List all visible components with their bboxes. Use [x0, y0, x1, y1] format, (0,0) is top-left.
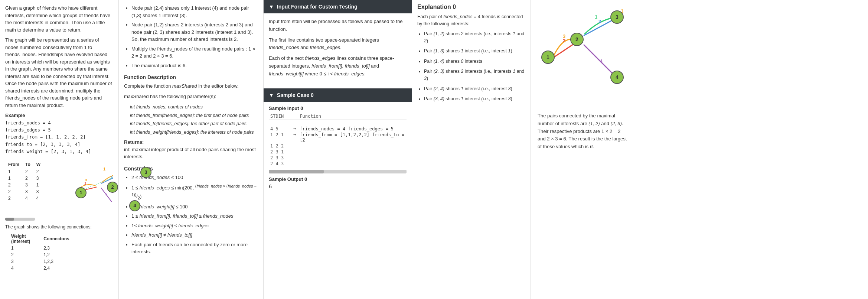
- sample-case-title: Sample Case 0: [277, 92, 314, 98]
- explanation-column: Explanation 0 Each pair of friends_nodes…: [412, 0, 531, 299]
- large-graph-node-2: 2: [570, 33, 584, 46]
- list-item: Pair (1, 3) shares 1 interest (i.e., int…: [424, 48, 525, 55]
- explanation-title: Explanation 0: [412, 0, 531, 13]
- weight-table: Weight(Interest) Connectons 12,3 21,2 31…: [5, 233, 75, 272]
- sample-triangle-icon: ▼: [269, 92, 274, 98]
- function-desc: Complete the function maxShared in the e…: [124, 82, 258, 90]
- list-item: 42,4: [6, 265, 75, 271]
- scroll-thumb[interactable]: [5, 218, 14, 221]
- input-format-body: Input from stdin will be processed as fo…: [264, 13, 412, 85]
- table-row: 231: [5, 182, 43, 188]
- list-item: The maximal product is 6.: [131, 62, 258, 69]
- list-item: 1 ≤ friends_weight[i] ≤ 100: [131, 203, 258, 211]
- sample-output-title: Sample Output 0: [269, 176, 407, 182]
- table-row: ----- --------: [269, 120, 407, 126]
- list-item: Pair (2, 3) shares 2 interests (i.e., in…: [424, 68, 525, 82]
- example-code: friends_nodes = 4 friends_edges = 5 frie…: [5, 120, 113, 155]
- horizontal-scrollbar[interactable]: [269, 170, 407, 173]
- list-item: Node pair (2,4) shares only 1 interest (…: [131, 4, 258, 19]
- svg-text:4: 4: [600, 58, 603, 64]
- table-row: 2 4 3: [269, 161, 407, 167]
- input-format-column: ▼ Input Format for Custom Testing Input …: [264, 0, 412, 299]
- param-1: int friends_nodes: number of nodes: [130, 103, 258, 111]
- params-block: int friends_nodes: number of nodes int f…: [124, 103, 258, 136]
- input-format-header: ▼ Input Format for Custom Testing: [264, 0, 412, 13]
- param-2: int friends_from[friends_edges]: the fir…: [130, 111, 258, 120]
- list-item: 12,3: [6, 245, 75, 251]
- sample-case-header: ▼ Sample Case 0: [264, 88, 412, 102]
- table-row: 1 2 1 → friends_from = [1,1,2,2,2] frien…: [269, 132, 407, 143]
- svg-text:3: 3: [85, 178, 87, 182]
- sample-code-table: STDIN Function ----- -------- 4 5 → frie…: [269, 113, 407, 167]
- table-row: 244: [5, 195, 43, 202]
- explanation-column: Node pair (2,4) shares only 1 interest (…: [119, 0, 264, 299]
- list-item: Pair (2, 4) shares 1 interest (i.e., int…: [424, 85, 525, 92]
- svg-text:3: 3: [563, 33, 565, 39]
- connections-title: The graph shows the following connection…: [5, 224, 113, 230]
- table-row: 1 2 2: [269, 143, 407, 149]
- table-header-from: From: [5, 161, 22, 168]
- connections-table: From To W 122 123 231 233 244: [5, 161, 43, 202]
- table-row: 122: [5, 168, 43, 175]
- input-body-line-1: Input from stdin will be processed as fo…: [269, 18, 407, 33]
- params-intro: maxShared has the following parameter(s)…: [124, 93, 258, 100]
- example-line-3: friends_from = [1, 1, 2, 2, 2]: [5, 134, 113, 141]
- example-line-2: friends_edges = 5: [5, 127, 113, 134]
- input-body-line-3: Each of the next friends_edges lines con…: [269, 55, 407, 78]
- large-graph: 2 3 3 1 4 1 1 2 3 4: [536, 5, 629, 109]
- fn-header: Function: [298, 113, 407, 120]
- triangle-icon: ▼: [269, 4, 274, 10]
- scrollbar-thumb[interactable]: [269, 170, 324, 173]
- list-item: 1 ≤ friends_edges ≤ min(200, (friends_no…: [131, 183, 258, 201]
- pairs-list: Pair (1, 2) shares 2 interests (i.e., in…: [417, 30, 525, 103]
- list-item: friends_from[i] ≠ friends_to[i]: [131, 231, 258, 239]
- list-item: Node pair (1,2) shares 2 interests (inte…: [131, 21, 258, 43]
- bullets-list: Node pair (2,4) shares only 1 interest (…: [124, 4, 258, 69]
- svg-text:1: 1: [595, 14, 597, 20]
- explanation-body: Each pair of friends_nodes = 4 friends i…: [412, 13, 531, 103]
- problem-statement-column: Given a graph of friends who have differ…: [0, 0, 119, 299]
- graph-node-2: 2: [107, 182, 118, 193]
- returns-block: Returns: int: maximal integer product of…: [124, 139, 258, 160]
- graph-node-3: 3: [140, 167, 151, 178]
- explanation-intro: Each pair of friends_nodes = 4 friends i…: [417, 13, 525, 27]
- table-row: 233: [5, 188, 43, 195]
- example-line-4: friends_to = [2, 3, 3, 3, 4]: [5, 141, 113, 148]
- svg-line-10: [584, 45, 614, 75]
- stdin-header: STDIN: [269, 113, 291, 120]
- table-header-row: STDIN Function: [269, 113, 407, 120]
- svg-text:3: 3: [598, 19, 601, 24]
- graph-conclusion-column: 2 3 3 1 4 1 1 2 3 4 The pairs connected …: [531, 0, 635, 299]
- list-item: 21,2: [6, 252, 75, 258]
- small-graph: 2 3 3 4 1 2 3 4 1: [49, 161, 113, 213]
- list-item: 31,2,3: [6, 259, 75, 264]
- table-header-w: W: [33, 161, 43, 168]
- list-item: 1 ≤ friends_from[i], friends_to[i] ≤ fri…: [131, 212, 258, 220]
- conclusion-text: The pairs connected by the maximal numbe…: [536, 112, 630, 151]
- input-body-line-2: The first line contains two space-separa…: [269, 36, 407, 52]
- list-item: Pair (1, 2) shares 2 interests (i.e., in…: [424, 30, 525, 45]
- list-item: Pair (3, 4) shares 1 interest (i.e., int…: [424, 95, 525, 103]
- svg-text:2: 2: [84, 182, 86, 185]
- input-format-title: Input Format for Custom Testing: [277, 4, 358, 10]
- large-graph-node-1: 1: [541, 51, 555, 64]
- constraints-list: 2 ≤ friends_nodes ≤ 100 1 ≤ friends_edge…: [124, 174, 258, 256]
- table-row: 2 3 1: [269, 149, 407, 155]
- graph-node-4: 4: [129, 200, 140, 211]
- connections-header: Connectons: [38, 233, 74, 244]
- intro-text: Given a graph of friends who have differ…: [5, 4, 113, 33]
- table-row: 123: [5, 175, 43, 182]
- list-item: 1≤ friends_weight[i] ≤ friends_edges: [131, 222, 258, 230]
- sample-output-value: 6: [269, 183, 407, 189]
- list-item: Each pair of friends can be connected by…: [131, 241, 258, 256]
- large-graph-node-3: 3: [610, 10, 624, 24]
- large-graph-node-4: 4: [610, 71, 624, 84]
- param-3: int friends_to[friends_edges]: the other…: [130, 120, 258, 128]
- sample-input-code: STDIN Function ----- -------- 4 5 → frie…: [269, 113, 407, 167]
- weight-header: Weight(Interest): [6, 233, 37, 244]
- example-line-1: friends_nodes = 4: [5, 120, 113, 127]
- param-4: int friends_weight[friends_edges]: the i…: [130, 128, 258, 137]
- table-header-to: To: [22, 161, 33, 168]
- sample-input-title: Sample Input 0: [269, 105, 407, 111]
- example-line-5: friends_weight = [2, 3, 1, 3, 4]: [5, 148, 113, 155]
